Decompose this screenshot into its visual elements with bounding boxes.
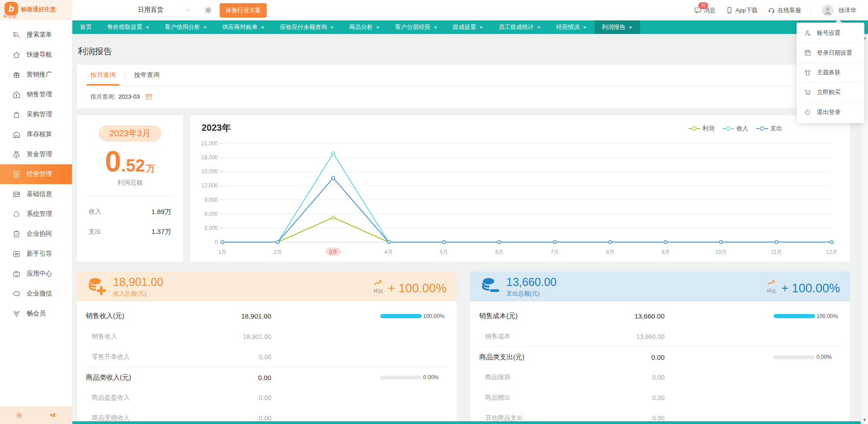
tab-2[interactable]: 客户信用分析✕ [157, 20, 214, 34]
profit-summary-card: 2023年3月 0.52万 利润总额 收入 1.89万 支出 1.37万 [77, 115, 183, 262]
legend-item[interactable]: 利润 [689, 124, 714, 133]
svg-text:5月: 5月 [440, 249, 448, 255]
close-tab-icon[interactable]: ✕ [203, 25, 207, 30]
close-tab-icon[interactable]: ✕ [537, 25, 541, 30]
app-download-button[interactable]: App下载 [726, 6, 758, 14]
gear-icon[interactable] [204, 6, 212, 14]
sidebar-settings-icon[interactable] [15, 411, 23, 419]
svg-text:6月: 6月 [495, 249, 504, 255]
tab-monthly-query[interactable]: 按月查询 [90, 65, 116, 86]
income-mom-value: + 100.00% [388, 282, 447, 295]
sidebar-item-label: 系统管理 [27, 210, 52, 218]
menu-item-logout[interactable]: 退出登录 [797, 102, 864, 122]
svg-text:9月: 9月 [661, 249, 670, 255]
sidebar-item-wechat[interactable]: 企业微信 [0, 284, 72, 304]
sidebar-item-base-info[interactable]: 基础信息 [0, 184, 72, 204]
trend-block: 环比 [766, 278, 777, 295]
tab-label: 售价提取设置 [107, 23, 142, 31]
sidebar-item-business[interactable]: 经营管理 [0, 164, 72, 184]
username[interactable]: 徐泽华 [839, 6, 856, 14]
member-icon [12, 310, 21, 318]
page-title: 利润报告 [78, 46, 112, 57]
menu-item-login-date[interactable]: 登录日期设置 [797, 43, 864, 63]
close-tab-icon[interactable]: ✕ [330, 25, 334, 30]
sales-icon [12, 91, 21, 99]
collapse-sidebar-icon[interactable] [49, 411, 57, 419]
sidebar-item-home[interactable]: 快捷导航 [0, 45, 72, 65]
svg-text:12,000: 12,000 [201, 182, 218, 189]
row-value: 0.00 [188, 374, 271, 381]
sidebar-item-purchase[interactable]: 采购管理 [0, 105, 72, 124]
close-tab-icon[interactable]: ✕ [434, 25, 437, 30]
svg-text:12月: 12月 [826, 249, 837, 255]
app-download-label: App下载 [736, 6, 758, 14]
row-label: 商品类支出(元) [479, 353, 581, 362]
sidebar-item-funds[interactable]: 资金管理 [0, 144, 72, 164]
sidebar-item-sales[interactable]: 销售管理 [0, 85, 72, 105]
sidebar-item-gift[interactable]: 营销推广 [0, 65, 72, 85]
row-percent: 100.00% [816, 313, 841, 319]
summary-divider [84, 196, 176, 196]
sidebar-item-guide[interactable]: 新手引导 [0, 244, 72, 264]
tab-4[interactable]: 应收应付余额查询✕ [272, 20, 341, 34]
chart-legend: 利润收入支出 [689, 124, 782, 133]
tab-yearly-query[interactable]: 按年查询 [134, 65, 160, 86]
menu-item-buy-now[interactable]: 立即购买 [797, 83, 864, 103]
tab-3[interactable]: 供应商对账单✕ [215, 20, 272, 34]
purchase-icon [12, 110, 21, 119]
legend-item[interactable]: 支出 [756, 124, 782, 133]
online-service-button[interactable]: 在线客服 [768, 6, 801, 14]
app-center-icon [12, 270, 21, 278]
sidebar-item-inventory[interactable]: 库存核算 [0, 124, 72, 144]
summary-income-row: 收入 1.89万 [77, 208, 183, 216]
tab-9[interactable]: 经营情况✕ [548, 20, 594, 34]
tab-7[interactable]: 提成设置✕ [445, 20, 491, 34]
tab-label: 商品分析 [349, 23, 373, 31]
close-tab-icon[interactable]: ✕ [376, 25, 380, 30]
calendar-icon[interactable] [145, 93, 153, 100]
sidebar-item-search[interactable]: 搜索菜单 [0, 25, 72, 45]
svg-text:6,000: 6,000 [204, 211, 218, 217]
horizontal-scrollbar[interactable] [72, 421, 861, 424]
topbar-divider [811, 7, 811, 14]
close-tab-icon[interactable]: ✕ [479, 25, 483, 30]
tab-1[interactable]: 售价提取设置✕ [99, 20, 157, 34]
sidebar-item-collaboration[interactable]: 企业协同 [0, 224, 72, 244]
login-date-icon [804, 49, 811, 57]
row-value: 0.00 [581, 394, 665, 401]
close-tab-icon[interactable]: ✕ [261, 25, 264, 30]
menu-item-theme-skin[interactable]: 主题换肤 [797, 63, 864, 83]
menu-item-label: 账号设置 [817, 29, 840, 37]
sidebar-item-system[interactable]: 系统管理 [0, 204, 72, 224]
close-tab-icon[interactable]: ✕ [146, 25, 149, 30]
row-progress-bar: 0.00% [774, 354, 841, 360]
company-select[interactable]: 日用百货 [138, 4, 191, 17]
user-menu: 账号设置登录日期设置主题换肤立即购买退出登录 [797, 23, 864, 123]
month-picker-value[interactable]: 2023-03 [118, 93, 140, 100]
tab-5[interactable]: 商品分析✕ [342, 20, 387, 34]
row-progress-bar: 100.00% [774, 313, 841, 319]
sidebar-item-app-center[interactable]: 应用中心 [0, 264, 72, 284]
legend-item[interactable]: 收入 [722, 124, 748, 133]
close-tab-icon[interactable]: ✕ [629, 25, 632, 30]
svg-text:11月: 11月 [771, 249, 782, 255]
tab-6[interactable]: 客户分层经营✕ [387, 20, 445, 34]
tab-8[interactable]: 员工提成统计✕ [491, 20, 548, 34]
gift-icon [12, 71, 21, 79]
scroll-down-icon[interactable]: ▼ [861, 418, 868, 422]
tab-bar: 首页售价提取设置✕客户信用分析✕供应商对账单✕应收应付余额查询✕商品分析✕客户分… [72, 20, 868, 34]
income-total-block: 18,901.00 收入总额(元) [113, 276, 163, 298]
avatar[interactable] [821, 4, 834, 17]
sidebar-item-label: 资金管理 [27, 150, 52, 158]
trial-solution-button[interactable]: 体验行业方案 [220, 3, 267, 18]
svg-text:9,000: 9,000 [204, 197, 218, 203]
tab-10[interactable]: 利润报告✕ [594, 20, 640, 34]
close-tab-icon[interactable]: ✕ [583, 25, 586, 30]
tab-label: 应收应付余额查询 [280, 23, 327, 31]
tab-0[interactable]: 首页 [72, 20, 99, 34]
sidebar-item-member[interactable]: 畅会员 [0, 304, 72, 324]
row-progress-bar: 0.00% [380, 374, 448, 381]
menu-item-account-settings[interactable]: 账号设置 [797, 24, 864, 43]
row-value: 0.00 [188, 414, 271, 422]
messages-button[interactable]: 70 消息 [694, 6, 716, 14]
